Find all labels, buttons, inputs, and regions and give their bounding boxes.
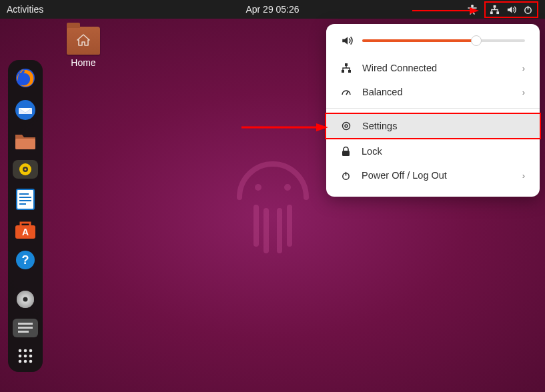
svg-rect-25 [19, 203, 26, 205]
svg-text:?: ? [22, 253, 29, 267]
svg-point-44 [29, 360, 33, 363]
dock-ubuntu-software[interactable]: A [13, 220, 38, 240]
svg-point-19 [24, 168, 26, 170]
svg-point-0 [255, 184, 261, 191]
dock-show-applications[interactable] [13, 347, 38, 365]
volume-row [326, 33, 540, 56]
menu-label: Balanced [362, 87, 512, 97]
svg-rect-16 [15, 139, 35, 149]
network-wired-icon [490, 5, 500, 15]
svg-point-43 [24, 360, 27, 363]
menu-wired[interactable]: Wired Connected › [326, 56, 540, 80]
svg-point-51 [343, 123, 350, 130]
chevron-right-icon: › [522, 63, 525, 73]
svg-text:A: A [22, 227, 29, 237]
svg-line-50 [346, 91, 348, 95]
dock-help[interactable]: ? [13, 249, 38, 271]
menu-label: Power Off / Log Out [362, 170, 512, 181]
svg-rect-20 [17, 189, 34, 209]
menu-lock[interactable]: Lock [326, 139, 540, 163]
gear-icon [341, 121, 352, 131]
power-icon [341, 171, 351, 181]
activities-button[interactable]: Activities [7, 4, 43, 15]
volume-icon [506, 5, 516, 15]
dock-thunderbird[interactable] [13, 99, 38, 121]
svg-point-52 [345, 125, 348, 127]
svg-rect-24 [19, 200, 31, 201]
menu-power[interactable]: Power Off / Log Out › [326, 163, 540, 187]
menu-label: Wired Connected [362, 63, 512, 73]
desktop-icon-label: Home [67, 57, 100, 68]
svg-point-6 [471, 5, 474, 7]
menu-settings[interactable]: Settings [325, 113, 541, 139]
system-status-area[interactable] [484, 1, 538, 18]
svg-rect-8 [490, 11, 493, 14]
wallpaper-logo [226, 151, 320, 257]
svg-rect-53 [342, 151, 350, 156]
svg-point-1 [284, 184, 291, 191]
dock-libreoffice-writer[interactable] [13, 188, 38, 211]
volume-icon [341, 35, 353, 47]
clock[interactable]: Apr 29 05:26 [245, 4, 299, 15]
system-menu: Wired Connected › Balanced › Settings Lo… [326, 24, 540, 197]
svg-point-38 [29, 349, 33, 353]
network-wired-icon [341, 63, 352, 73]
svg-rect-48 [342, 70, 344, 73]
svg-rect-35 [18, 331, 29, 333]
volume-slider[interactable] [362, 39, 525, 42]
dock-rhythmbox[interactable] [13, 160, 38, 179]
svg-point-32 [23, 297, 28, 302]
svg-point-42 [19, 360, 22, 363]
menu-divider [326, 108, 540, 109]
accessibility-icon[interactable] [467, 4, 478, 15]
svg-rect-7 [494, 5, 496, 7]
menu-label: Lock [362, 146, 525, 157]
svg-rect-49 [348, 70, 351, 73]
svg-point-36 [19, 349, 22, 353]
svg-point-37 [24, 349, 27, 353]
menu-balanced[interactable]: Balanced › [326, 80, 540, 104]
svg-rect-22 [19, 193, 29, 195]
top-panel: Activities Apr 29 05:26 [0, 0, 545, 19]
dock-disc[interactable] [13, 289, 38, 309]
chevron-right-icon: › [522, 87, 525, 97]
chevron-right-icon: › [522, 171, 525, 181]
svg-point-41 [29, 355, 33, 358]
dock-files[interactable] [13, 131, 38, 151]
gauge-icon [341, 87, 352, 97]
dock: A ? [8, 60, 43, 372]
desktop-icon-home[interactable]: Home [67, 27, 100, 68]
svg-rect-34 [18, 327, 33, 329]
svg-rect-33 [18, 323, 33, 325]
svg-rect-23 [19, 197, 31, 198]
svg-rect-9 [496, 11, 499, 14]
power-icon [523, 5, 533, 15]
svg-rect-47 [345, 63, 348, 66]
svg-point-40 [24, 355, 27, 358]
svg-point-39 [19, 355, 22, 358]
home-icon [76, 33, 91, 47]
lock-icon [341, 146, 351, 157]
dock-firefox[interactable] [13, 67, 38, 89]
dock-text-editor[interactable] [13, 319, 38, 337]
menu-label: Settings [362, 121, 525, 131]
